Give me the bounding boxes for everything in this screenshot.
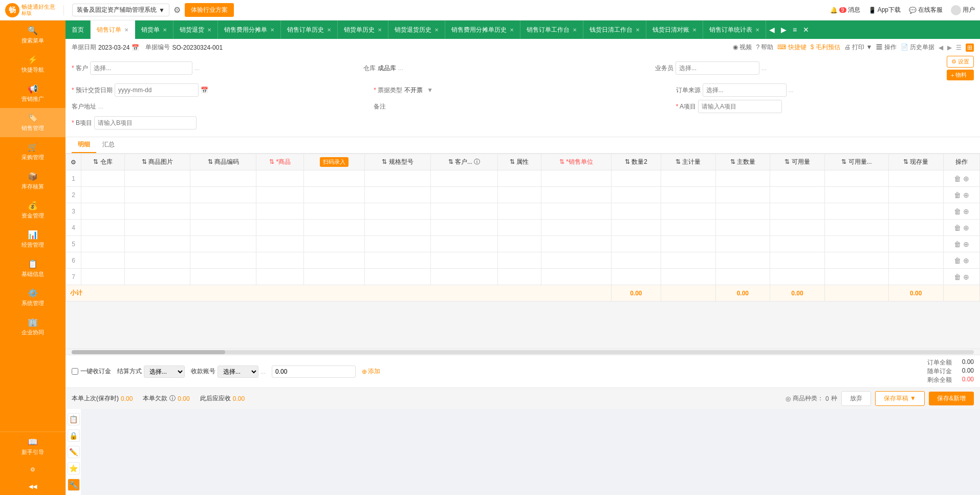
row-5-warehouse[interactable] <box>81 236 125 252</box>
scrollbar-thumb[interactable] <box>72 350 225 354</box>
row-4-goods[interactable] <box>256 220 304 236</box>
history-btn[interactable]: 📄 历史单据 <box>901 43 934 52</box>
row-4-warehouse[interactable] <box>81 220 125 236</box>
row-5-sales-unit[interactable] <box>541 236 611 252</box>
row-5-spec[interactable] <box>365 236 431 252</box>
draft-dropdown-icon[interactable]: ▼ <box>910 395 916 402</box>
row-7-code[interactable] <box>190 269 256 285</box>
row-6-available-more[interactable] <box>824 252 888 269</box>
col-warehouse-header[interactable]: ⇅ 仓库 <box>81 154 125 170</box>
row-5-qty2[interactable] <box>611 236 661 252</box>
row-4-customer-code[interactable] <box>430 220 497 236</box>
row-2-available-more[interactable] <box>824 187 888 203</box>
row-3-spec[interactable] <box>365 203 431 220</box>
sidebar-collapse-btn[interactable]: ◀◀ <box>0 478 66 495</box>
row-7-goods[interactable] <box>256 269 304 285</box>
b-project-input[interactable] <box>94 116 197 130</box>
col-settings-header[interactable]: ⚙ <box>66 154 81 170</box>
row-1-available-more[interactable] <box>824 170 888 187</box>
row-4-qty2[interactable] <box>611 220 661 236</box>
sidebar-item-sales[interactable]: 🏷️ 销售管理 <box>0 108 66 137</box>
one-click-checkbox-label[interactable]: 一键收订金 <box>72 367 111 376</box>
tab-sales-stats-close[interactable]: ✕ <box>755 27 759 33</box>
one-click-checkbox[interactable] <box>72 368 78 375</box>
row-7-available[interactable] <box>770 269 825 285</box>
tab-expense-history[interactable]: 销售费用分摊单历史 ✕ <box>445 20 520 39</box>
col-goods-header[interactable]: ⇅ *商品 <box>256 154 304 170</box>
settings-btn[interactable]: ⚙ 设置 <box>947 56 974 68</box>
sidebar-item-search[interactable]: 🔍 搜索菜单 <box>0 20 66 50</box>
system-selector[interactable]: 装备及固定资产辅助管理系统 ▼ <box>72 4 169 16</box>
row-2-spec[interactable] <box>365 187 431 203</box>
row-1-main-unit[interactable] <box>661 170 715 187</box>
tab-sales-refund-close[interactable]: ✕ <box>207 27 211 33</box>
right-panel-btn-5[interactable]: 🔧 <box>68 479 80 491</box>
right-panel-btn-1[interactable]: 📋 <box>68 413 80 425</box>
row-2-goods[interactable] <box>256 187 304 203</box>
tab-menu-btn[interactable]: ≡ <box>790 26 800 34</box>
grid-view-icon[interactable]: ⊞ <box>966 44 974 52</box>
row-4-attribute[interactable] <box>497 220 541 236</box>
sidebar-item-guide[interactable]: 📖 新手引导 <box>0 432 66 461</box>
horizontal-scrollbar[interactable] <box>66 349 980 355</box>
tab-sales-order[interactable]: 销售订单 ✕ <box>91 20 135 39</box>
add-payment-btn[interactable]: ⊕ 添加 <box>362 367 380 376</box>
amount-input[interactable] <box>272 365 356 378</box>
row-4-copy-btn[interactable]: ⊕ <box>963 224 969 232</box>
row-6-sales-unit[interactable] <box>541 252 611 269</box>
settings-icon-btn[interactable]: ⚙ <box>173 5 181 15</box>
row-1-img[interactable] <box>124 170 190 187</box>
row-7-available-more[interactable] <box>824 269 888 285</box>
row-3-current-stock[interactable] <box>888 203 943 220</box>
row-4-current-stock[interactable] <box>888 220 943 236</box>
row-2-current-stock[interactable] <box>888 187 943 203</box>
tab-return-history-close[interactable]: ✕ <box>378 27 382 33</box>
customer-more-icon[interactable]: ... <box>194 64 200 72</box>
row-5-code[interactable] <box>190 236 256 252</box>
add-goods-btn[interactable]: + 物料 <box>947 70 974 80</box>
row-3-qty2[interactable] <box>611 203 661 220</box>
row-4-available-more[interactable] <box>824 220 888 236</box>
row-7-qty2[interactable] <box>611 269 661 285</box>
row-4-available[interactable] <box>770 220 825 236</box>
row-7-spec[interactable] <box>365 269 431 285</box>
row-6-spec[interactable] <box>365 252 431 269</box>
row-2-sales-unit[interactable] <box>541 187 611 203</box>
tab-sales-return-close[interactable]: ✕ <box>163 27 167 33</box>
col-spec-header[interactable]: ⇅ 规格型号 <box>365 154 431 170</box>
account-more-icon[interactable]: ... <box>260 368 266 375</box>
warehouse-more-icon[interactable]: ... <box>398 64 403 72</box>
sidebar-item-quick-nav[interactable]: ⚡ 快捷导航 <box>0 50 66 79</box>
row-1-goods[interactable] <box>256 170 304 187</box>
sidebar-item-enterprise[interactable]: 🏢 企业协同 <box>0 312 66 341</box>
row-5-available[interactable] <box>770 236 825 252</box>
row-7-delete-btn[interactable]: 🗑 <box>954 273 961 281</box>
col-main-unit-header[interactable]: ⇅ 主计量 <box>661 154 715 170</box>
row-2-img[interactable] <box>124 187 190 203</box>
row-7-img[interactable] <box>124 269 190 285</box>
tab-refund-history[interactable]: 销货退货历史 ✕ <box>388 20 445 39</box>
col-available-more-header[interactable]: ⇅ 可用量... <box>824 154 888 170</box>
salesperson-more-icon[interactable]: ... <box>761 64 767 72</box>
sidebar-settings-btn[interactable]: ⚙ <box>0 461 66 478</box>
trial-btn[interactable]: 体验行业方案 <box>185 3 234 17</box>
order-source-more-icon[interactable]: ... <box>789 87 794 94</box>
row-4-spec[interactable] <box>365 220 431 236</box>
row-4-sales-unit[interactable] <box>541 220 611 236</box>
tab-refund-history-close[interactable]: ✕ <box>434 27 439 33</box>
tab-sales-order-close[interactable]: ✕ <box>124 27 128 33</box>
tab-workbench-close[interactable]: ✕ <box>573 27 577 33</box>
row-3-copy-btn[interactable]: ⊕ <box>963 207 969 216</box>
tab-workbench[interactable]: 销售订单工作台 ✕ <box>520 20 583 39</box>
row-5-available-more[interactable] <box>824 236 888 252</box>
row-3-warehouse[interactable] <box>81 203 125 220</box>
row-4-img[interactable] <box>124 220 190 236</box>
row-7-main-qty[interactable] <box>715 269 770 285</box>
tab-expense-history-close[interactable]: ✕ <box>510 27 514 33</box>
row-6-main-qty[interactable] <box>715 252 770 269</box>
salesperson-input[interactable] <box>676 61 759 75</box>
nav-prev-icon[interactable]: ◀ <box>939 44 943 51</box>
tab-cash-daily-close[interactable]: ✕ <box>636 27 640 33</box>
row-3-img[interactable] <box>124 203 190 220</box>
col-attribute-header[interactable]: ⇅ 属性 <box>497 154 541 170</box>
